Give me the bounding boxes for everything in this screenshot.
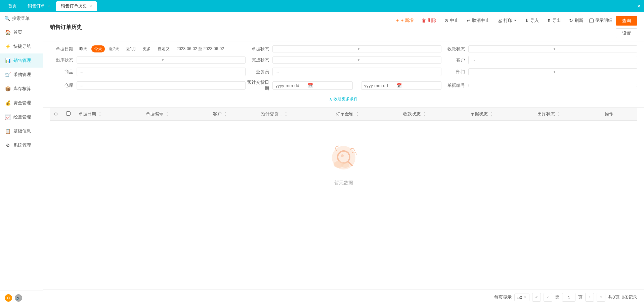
- col-bill-status-label: 单据状态: [470, 111, 488, 116]
- date-btn-7days[interactable]: 近7天: [106, 45, 122, 52]
- expected-date-from-input[interactable]: [275, 83, 306, 88]
- sort-icons-customer: ▲ ▼: [224, 111, 227, 117]
- col-customer-header[interactable]: 客户 ▲ ▼: [209, 108, 257, 121]
- sort-down-bill-no: ▼: [166, 114, 168, 117]
- import-button[interactable]: ⬇ 导入: [523, 16, 541, 25]
- sidebar-bottom: ⚙ 🔊: [0, 291, 43, 305]
- page-title: 销售订单历史: [50, 24, 82, 31]
- top-bar-right: ✕: [637, 4, 641, 9]
- next-page-button[interactable]: ›: [585, 293, 594, 302]
- col-bill-status-header[interactable]: 单据状态 ▲ ▼: [466, 108, 533, 121]
- sidebar-sound-button[interactable]: 🔊: [15, 294, 22, 302]
- tab-home[interactable]: 首页: [3, 1, 22, 11]
- department-select[interactable]: ▼: [468, 68, 637, 75]
- expected-date-from[interactable]: 📅: [272, 81, 353, 90]
- date-filter-content: 昨天 今天 近7天 近1月 更多 自定义 2023-06-02 至 2023-0…: [77, 45, 246, 52]
- tab-sales-order[interactable]: 销售订单 ✕: [23, 1, 55, 11]
- date-btn-more[interactable]: 更多: [140, 45, 154, 52]
- expected-date-label: 预计交货日期: [246, 79, 272, 91]
- product-input[interactable]: ···: [77, 68, 246, 76]
- warehouse-input[interactable]: ···: [77, 81, 246, 90]
- bill-no-input[interactable]: [468, 84, 637, 87]
- sidebar-item-finance[interactable]: 💰 资金管理: [0, 96, 43, 110]
- svg-point-5: [341, 162, 349, 168]
- date-btn-today[interactable]: 今天: [91, 45, 105, 52]
- first-page-button[interactable]: «: [532, 293, 541, 302]
- main-layout: 🔍 搜索菜单 🏠 首页 ⚡ 快捷导航 📊 销售管理 🛒 采购管理 📦 库存核算 …: [0, 12, 644, 305]
- quick-nav-icon: ⚡: [5, 43, 11, 49]
- prev-page-button[interactable]: ‹: [544, 293, 552, 302]
- complete-status-select[interactable]: ▼: [272, 56, 441, 64]
- sidebar-item-inventory[interactable]: 📦 库存核算: [0, 82, 43, 96]
- col-out-status-header[interactable]: 出库状态 ▲ ▼: [533, 108, 601, 121]
- last-page-button[interactable]: »: [597, 293, 605, 302]
- print-dropdown-icon[interactable]: ▼: [514, 19, 517, 22]
- new-button[interactable]: ＋ + 新增: [393, 16, 416, 25]
- filter-area: 单据日期 昨天 今天 近7天 近1月 更多 自定义 2023-06-02 至 2…: [43, 41, 644, 108]
- finance-icon: 💰: [5, 100, 11, 106]
- cancel-stop-button[interactable]: ↩ 取消中止: [465, 16, 491, 25]
- basic-info-icon: 📋: [5, 128, 11, 134]
- calendar-from-icon[interactable]: 📅: [308, 83, 313, 88]
- per-page-select[interactable]: 50 ▼: [514, 294, 529, 301]
- filter-row-3: 商品 ··· 业务员 ··· 部门 ▼: [50, 68, 637, 76]
- sidebar-item-system[interactable]: ⚙ 系统管理: [0, 138, 43, 152]
- sidebar-item-basic-info[interactable]: 📋 基础信息: [0, 124, 43, 138]
- col-receipt-status-header[interactable]: 收款状态 ▲ ▼: [399, 108, 466, 121]
- sidebar-settings-button[interactable]: ⚙: [5, 294, 12, 302]
- refresh-button[interactable]: ↻ 刷新: [567, 16, 585, 25]
- sort-up-amount: ▲: [356, 111, 359, 114]
- tab-sales-order-history-close[interactable]: ✕: [89, 4, 92, 8]
- sidebar: 🔍 搜索菜单 🏠 首页 ⚡ 快捷导航 📊 销售管理 🛒 采购管理 📦 库存核算 …: [0, 12, 43, 305]
- sidebar-item-finance-label: 资金管理: [13, 100, 31, 106]
- setting-button[interactable]: 设置: [616, 28, 637, 38]
- col-date-label: 单据日期: [79, 111, 96, 116]
- col-operations-label: 操作: [605, 111, 613, 116]
- date-btn-yesterday[interactable]: 昨天: [77, 45, 90, 52]
- topbar-close-icon[interactable]: ✕: [637, 4, 641, 9]
- col-amount-header[interactable]: 订单金额 ▲ ▼: [332, 108, 399, 121]
- col-bill-no-header[interactable]: 单据编号 ▲ ▼: [142, 108, 209, 121]
- sidebar-item-quick-nav[interactable]: ⚡ 快捷导航: [0, 39, 43, 53]
- sidebar-item-purchase[interactable]: 🛒 采购管理: [0, 68, 43, 82]
- department-arrow: ▼: [553, 70, 635, 74]
- collapse-button[interactable]: ∧ 收起更多条件: [50, 95, 637, 103]
- salesperson-input[interactable]: ···: [272, 68, 441, 76]
- sidebar-item-operations[interactable]: 📈 经营管理: [0, 110, 43, 124]
- filter-row-2: 出库状态 ▼ 完成状态 ▼ 客户 ···: [50, 56, 637, 64]
- sort-down-bill-status: ▼: [490, 114, 493, 117]
- expected-date-to[interactable]: 📅: [361, 81, 441, 90]
- query-button[interactable]: 查询: [616, 16, 637, 26]
- customer-label: 客户: [441, 57, 468, 63]
- sidebar-item-sales[interactable]: 📊 销售管理: [0, 53, 43, 68]
- sidebar-item-basic-info-label: 基础信息: [13, 128, 31, 134]
- receipt-status-select[interactable]: ▼: [468, 45, 637, 52]
- sort-up-bill-status: ▲: [490, 111, 493, 114]
- export-button[interactable]: ⬆ 导出: [545, 16, 563, 25]
- date-btn-1month[interactable]: 近1月: [123, 45, 139, 52]
- select-all-checkbox[interactable]: [66, 111, 71, 116]
- delete-label: 删除: [428, 17, 436, 24]
- delete-button[interactable]: 🗑 删除: [420, 16, 438, 25]
- filter-row-4: 仓库 ··· 预计交货日期 📅 — 📅 单据编号: [50, 79, 637, 91]
- top-bar: 首页 销售订单 ✕ 销售订单历史 ✕ ✕: [0, 0, 644, 12]
- table-settings-icon[interactable]: ⚙: [54, 111, 58, 117]
- expected-date-to-input[interactable]: [364, 83, 394, 88]
- date-btn-custom[interactable]: 自定义: [155, 45, 172, 52]
- stop-button[interactable]: ⊘ 中止: [442, 16, 461, 25]
- display-detail-toggle[interactable]: 显示明细: [589, 17, 612, 24]
- print-button[interactable]: 🖨 打印 ▼: [496, 16, 519, 25]
- sidebar-search[interactable]: 🔍 搜索菜单: [0, 12, 43, 25]
- col-date-header[interactable]: 单据日期 ▲ ▼: [75, 108, 142, 121]
- tab-sales-order-history[interactable]: 销售订单历史 ✕: [56, 1, 97, 11]
- calendar-to-icon[interactable]: 📅: [396, 83, 402, 88]
- tab-home-label: 首页: [8, 3, 17, 9]
- customer-input[interactable]: ···: [468, 56, 637, 64]
- page-input[interactable]: [562, 293, 575, 302]
- out-status-select[interactable]: ▼: [77, 56, 246, 64]
- col-expected-date-header[interactable]: 预计交货... ▲ ▼: [257, 108, 332, 121]
- sidebar-item-home[interactable]: 🏠 首页: [0, 25, 43, 39]
- tab-sales-order-close[interactable]: ✕: [47, 4, 50, 8]
- bill-status-select[interactable]: ▼: [272, 45, 441, 52]
- display-detail-checkbox[interactable]: [589, 18, 594, 23]
